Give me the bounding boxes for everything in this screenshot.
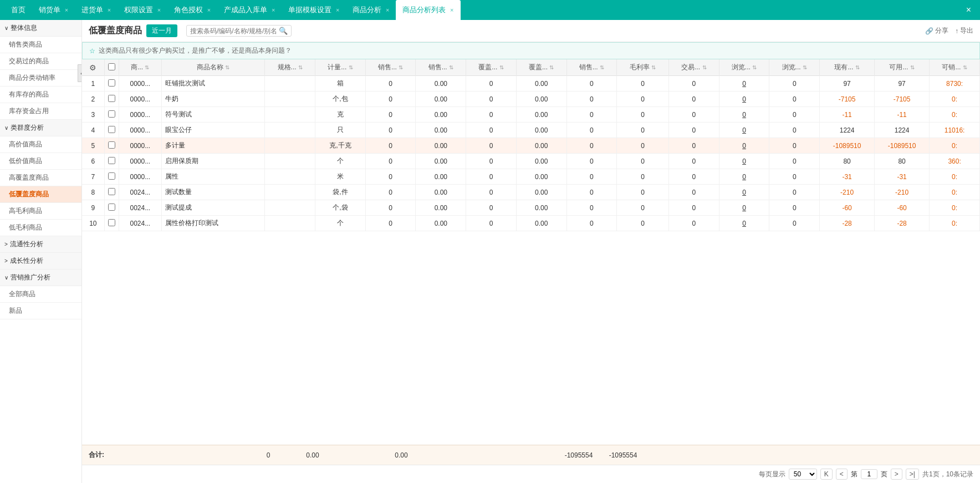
page-input[interactable] — [861, 469, 877, 479]
sidebar-section-growth[interactable]: > 成长性分析 — [0, 253, 81, 270]
col-sales-qty[interactable]: 销售... ⇅ — [365, 59, 416, 76]
search-input[interactable] — [190, 27, 279, 35]
next-page-button[interactable]: > — [891, 469, 902, 480]
row-checkbox-cell[interactable] — [104, 154, 119, 169]
row-checkbox-cell[interactable] — [104, 107, 119, 123]
sidebar-item-new-goods[interactable]: 新品 — [0, 303, 81, 319]
row-checkbox[interactable] — [108, 219, 115, 226]
col-stock3[interactable]: 可销... ⇅ — [930, 59, 980, 76]
nav-tab-home[interactable]: 首页 — [4, 0, 32, 20]
row-view1[interactable]: 0 — [719, 185, 769, 200]
last-page-button[interactable]: >| — [906, 469, 919, 480]
row-view1[interactable]: 0 — [719, 107, 769, 123]
col-margin[interactable]: 毛利率 ⇅ — [617, 59, 669, 76]
row-view1[interactable]: 0 — [719, 154, 769, 169]
row-spec — [265, 123, 315, 138]
select-all-checkbox[interactable] — [108, 63, 115, 70]
sidebar-item-high-value[interactable]: 高价值商品 — [0, 136, 81, 153]
sidebar-item-capital-occupation[interactable]: 库存资金占用 — [0, 103, 81, 120]
nav-tab-roles[interactable]: 角色授权 × — [167, 0, 217, 20]
col-stock1[interactable]: 现有... ⇅ — [820, 59, 875, 76]
row-view1[interactable]: 0 — [719, 169, 769, 185]
sidebar-item-stocked-goods[interactable]: 有库存的商品 — [0, 87, 81, 103]
sidebar-section-liquidity[interactable]: > 流通性分析 — [0, 236, 81, 253]
close-all-tabs[interactable]: × — [962, 5, 976, 15]
col-view2[interactable]: 浏览... ⇅ — [769, 59, 820, 76]
row-checkbox-cell[interactable] — [104, 185, 119, 200]
sidebar-item-low-coverage[interactable]: 低覆盖度商品 — [0, 186, 81, 203]
sidebar-item-all-goods[interactable]: 全部商品 — [0, 286, 81, 303]
export-button[interactable]: ↑ 导出 — [955, 26, 973, 35]
row-view1[interactable]: 0 — [719, 216, 769, 231]
sidebar-item-low-value[interactable]: 低价值商品 — [0, 153, 81, 170]
col-sales-amt[interactable]: 销售... ⇅ — [416, 59, 466, 76]
row-checkbox[interactable] — [108, 95, 115, 102]
sidebar-item-high-coverage[interactable]: 高覆盖度商品 — [0, 170, 81, 186]
prev-page-button[interactable]: < — [836, 469, 848, 480]
page-size-select[interactable]: 50 20 100 — [789, 469, 817, 480]
close-finished-goods-tab[interactable]: × — [272, 7, 275, 13]
row-checkbox[interactable] — [108, 126, 115, 133]
sidebar-section-overall[interactable]: ∨ 整体信息 — [0, 20, 81, 37]
row-view1[interactable]: 0 — [719, 91, 769, 107]
sidebar-item-sales-goods[interactable]: 销售类商品 — [0, 37, 81, 53]
table-container[interactable]: ⚙ 商... ⇅ 商品名称 ⇅ 规格... ⇅ 计量... ⇅ 销售... ⇅ … — [82, 59, 980, 445]
col-unit[interactable]: 计量... ⇅ — [315, 59, 366, 76]
search-icon[interactable]: 🔍 — [279, 27, 288, 35]
sidebar-item-low-margin[interactable]: 低毛利商品 — [0, 220, 81, 236]
col-view1[interactable]: 浏览... ⇅ — [719, 59, 769, 76]
col-sales3[interactable]: 销售... ⇅ — [566, 59, 617, 76]
col-name[interactable]: 商品名称 ⇅ — [161, 59, 265, 76]
settings-icon[interactable]: ⚙ — [89, 63, 96, 72]
sidebar-collapse-button[interactable]: « — [78, 64, 82, 82]
row-view1[interactable]: 0 — [719, 138, 769, 154]
col-cover1[interactable]: 覆盖... ⇅ — [466, 59, 517, 76]
row-view1[interactable]: 0 — [719, 123, 769, 138]
row-checkbox-cell[interactable] — [104, 216, 119, 231]
first-page-button[interactable]: K — [820, 469, 833, 480]
col-select-all[interactable] — [104, 59, 119, 76]
nav-tab-purchase[interactable]: 进货单 × — [75, 0, 118, 20]
row-checkbox[interactable] — [108, 141, 115, 149]
row-checkbox-cell[interactable] — [104, 138, 119, 154]
row-checkbox[interactable] — [108, 110, 115, 118]
time-filter-button[interactable]: 近一月 — [146, 24, 177, 37]
col-trans[interactable]: 交易... ⇅ — [669, 59, 719, 76]
row-checkbox[interactable] — [108, 172, 115, 180]
sidebar-item-traded-goods[interactable]: 交易过的商品 — [0, 53, 81, 70]
row-checkbox-cell[interactable] — [104, 169, 119, 185]
col-settings[interactable]: ⚙ — [82, 59, 104, 76]
close-analysis-list-tab[interactable]: × — [450, 7, 453, 13]
sidebar-section-marketing[interactable]: ∨ 营销推广分析 — [0, 270, 81, 286]
close-templates-tab[interactable]: × — [336, 7, 339, 13]
close-analysis-tab[interactable]: × — [386, 7, 389, 13]
row-view1[interactable]: 0 — [719, 76, 769, 91]
row-checkbox[interactable] — [108, 79, 115, 87]
nav-tab-finished-goods[interactable]: 产成品入库单 × — [217, 0, 282, 20]
col-stock2[interactable]: 可用... ⇅ — [875, 59, 930, 76]
close-roles-tab[interactable]: × — [207, 7, 211, 13]
share-button[interactable]: 🔗 分享 — [925, 26, 948, 35]
row-checkbox[interactable] — [108, 157, 115, 164]
nav-tab-sales[interactable]: 销货单 × — [32, 0, 75, 20]
close-purchase-tab[interactable]: × — [108, 7, 111, 13]
row-checkbox-cell[interactable] — [104, 91, 119, 107]
row-checkbox-cell[interactable] — [104, 200, 119, 216]
row-view1[interactable]: 0 — [719, 200, 769, 216]
sidebar-item-high-margin[interactable]: 高毛利商品 — [0, 203, 81, 220]
close-sales-tab[interactable]: × — [65, 7, 68, 13]
row-checkbox[interactable] — [108, 188, 115, 195]
sidebar-section-cluster[interactable]: ∨ 类群度分析 — [0, 120, 81, 136]
col-cover2[interactable]: 覆盖... ⇅ — [516, 59, 566, 76]
row-checkbox[interactable] — [108, 204, 115, 211]
col-code[interactable]: 商... ⇅ — [119, 59, 161, 76]
nav-tab-templates[interactable]: 单据模板设置 × — [282, 0, 346, 20]
sidebar-item-category-rate[interactable]: 商品分类动销率 — [0, 70, 81, 87]
nav-tab-permissions[interactable]: 权限设置 × — [118, 0, 167, 20]
close-permissions-tab[interactable]: × — [157, 7, 161, 13]
nav-tab-analysis[interactable]: 商品分析 × — [346, 0, 396, 20]
nav-tab-analysis-list[interactable]: 商品分析列表 × — [396, 0, 460, 20]
row-checkbox-cell[interactable] — [104, 123, 119, 138]
row-checkbox-cell[interactable] — [104, 76, 119, 91]
col-spec[interactable]: 规格... ⇅ — [265, 59, 315, 76]
